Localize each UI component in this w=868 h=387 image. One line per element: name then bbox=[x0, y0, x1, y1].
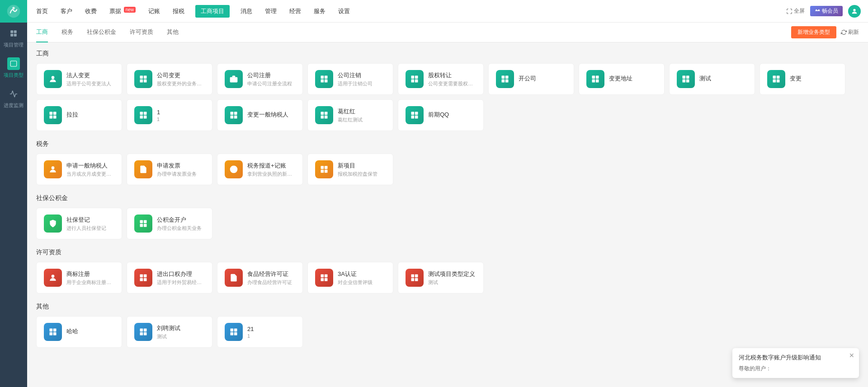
card-title: 税务报道+记账 bbox=[247, 162, 295, 170]
card-legal-change[interactable]: 法人变更 适用于公司变更法人 bbox=[36, 63, 122, 95]
svg-rect-31 bbox=[686, 76, 689, 79]
nav-message[interactable]: 消息 bbox=[239, 7, 254, 15]
svg-rect-18 bbox=[411, 76, 415, 79]
toast-close-button[interactable]: ✕ bbox=[849, 352, 854, 359]
card-title: 1 bbox=[157, 109, 205, 116]
vip-btn[interactable]: 畅会员 bbox=[810, 6, 843, 16]
sidebar-item-project-manage[interactable]: 项目管理 bbox=[0, 23, 27, 53]
card-change[interactable]: 变更 bbox=[760, 63, 845, 95]
card-desc: 葛红红测试 bbox=[338, 117, 386, 123]
card-num21[interactable]: 21 1 bbox=[217, 316, 303, 348]
card-change-general-tax[interactable]: 变更一般纳税人 bbox=[217, 99, 303, 131]
card-title: 哈哈 bbox=[66, 327, 114, 336]
svg-rect-85 bbox=[140, 329, 143, 332]
svg-rect-11 bbox=[140, 79, 143, 83]
card-title: 拉拉 bbox=[66, 111, 114, 119]
card-social-insurance[interactable]: 社保登记 进行人员社保登记 bbox=[36, 208, 122, 239]
card-trademark[interactable]: 商标注册 用于企业商标注册服务 bbox=[36, 262, 122, 294]
card-icon bbox=[134, 214, 152, 233]
tab-shebao[interactable]: 社保公积金 bbox=[87, 23, 116, 42]
svg-rect-49 bbox=[234, 116, 237, 119]
card-icon bbox=[134, 323, 152, 341]
nav-invoice[interactable]: 票据 new bbox=[108, 7, 137, 15]
card-title: 变更一般纳税人 bbox=[247, 111, 295, 119]
sidebar-item-project-type[interactable]: 项目类型 bbox=[0, 53, 27, 83]
card-open-company[interactable]: 开公司 bbox=[488, 63, 574, 95]
card-equity-transfer[interactable]: 股权转让 公司变更需要股权转让 bbox=[398, 63, 484, 95]
card-apply-general-tax[interactable]: 申请一般纳税人 当月或次月成变更完成 bbox=[36, 154, 122, 185]
card-company-register[interactable]: 公司注册 申请公司注册全流程 bbox=[217, 63, 303, 95]
xuke-cards: 商标注册 用于企业商标注册服务 进出口权办理 适用于对外贸易经营者 bbox=[36, 262, 859, 294]
svg-rect-22 bbox=[502, 76, 505, 79]
card-import-export[interactable]: 进出口权办理 适用于对外贸易经营者 bbox=[127, 262, 212, 294]
refresh-button[interactable]: 刷新 bbox=[841, 28, 859, 36]
tab-other[interactable]: 其他 bbox=[167, 23, 179, 42]
card-tax-report-accounting[interactable]: 税务报道+记账 拿到营业执照的新公司 bbox=[217, 154, 303, 185]
nav-operation[interactable]: 经营 bbox=[288, 7, 303, 15]
main-area: 首页 客户 收费 票据 new 记账 报税 工商项目 消息 管理 经营 服务 设… bbox=[27, 0, 868, 387]
card-apply-invoice[interactable]: 申请发票 办理申请发票业务 bbox=[127, 154, 212, 185]
tab-shuiwu[interactable]: 税务 bbox=[61, 23, 73, 42]
card-title: 食品经营许可证 bbox=[247, 270, 295, 278]
svg-rect-76 bbox=[325, 278, 328, 281]
svg-rect-25 bbox=[505, 79, 509, 83]
card-company-cancel[interactable]: 公司注销 适用于注销公司 bbox=[307, 63, 393, 95]
nav-client[interactable]: 客户 bbox=[59, 7, 74, 15]
svg-rect-84 bbox=[53, 332, 57, 336]
card-icon bbox=[134, 70, 152, 88]
nav-accounting[interactable]: 记账 bbox=[146, 7, 162, 15]
svg-rect-44 bbox=[140, 116, 143, 119]
svg-rect-12 bbox=[144, 79, 147, 83]
svg-rect-24 bbox=[502, 79, 505, 83]
nav-industry[interactable]: 工商项目 bbox=[195, 5, 230, 18]
card-provident-fund[interactable]: 公积金开户 办理公积金相关业务 bbox=[127, 208, 212, 239]
card-test-type-define[interactable]: 测试项目类型定义 测试 bbox=[398, 262, 484, 294]
card-test[interactable]: 测试 bbox=[669, 63, 755, 95]
card-3a-cert[interactable]: 3A认证 对企业信誉评级 bbox=[307, 262, 393, 294]
fullscreen-btn[interactable]: 全屏 bbox=[786, 7, 805, 15]
svg-rect-51 bbox=[325, 112, 328, 115]
new-type-button[interactable]: 新增业务类型 bbox=[791, 26, 836, 38]
sidebar-logo[interactable] bbox=[0, 0, 27, 23]
svg-rect-46 bbox=[231, 112, 234, 115]
svg-rect-91 bbox=[231, 332, 234, 336]
card-icon bbox=[315, 70, 333, 88]
svg-rect-69 bbox=[140, 275, 143, 278]
nav-service[interactable]: 服务 bbox=[312, 7, 327, 15]
card-title: 公司注销 bbox=[338, 71, 386, 79]
nav-manage[interactable]: 管理 bbox=[263, 7, 278, 15]
avatar[interactable] bbox=[848, 5, 861, 18]
tab-xuke[interactable]: 许可资质 bbox=[130, 23, 153, 42]
svg-rect-62 bbox=[321, 170, 324, 173]
nav-billing[interactable]: 收费 bbox=[83, 7, 99, 15]
nav-tax[interactable]: 报税 bbox=[171, 7, 186, 15]
svg-rect-82 bbox=[53, 329, 57, 332]
card-new-project[interactable]: 新项目 报税加税控盘保管 bbox=[307, 154, 393, 185]
card-desc: 适用于公司变更法人 bbox=[66, 80, 114, 87]
card-num1[interactable]: 1 1 bbox=[127, 99, 212, 131]
card-lala[interactable]: 拉拉 bbox=[36, 99, 122, 131]
card-icon bbox=[406, 70, 424, 88]
svg-rect-90 bbox=[234, 329, 237, 332]
svg-rect-83 bbox=[50, 332, 53, 336]
tab-gongshang[interactable]: 工商 bbox=[36, 23, 48, 42]
svg-rect-64 bbox=[140, 220, 143, 224]
card-company-change[interactable]: 公司变更 股权变更外的业务变更 bbox=[127, 63, 212, 95]
card-gehonghong[interactable]: 葛红红 葛红红测试 bbox=[307, 99, 393, 131]
content: 工商 税务 社保公积金 许可资质 其他 新增业务类型 刷新 工商 bbox=[27, 23, 868, 387]
svg-rect-40 bbox=[50, 116, 53, 119]
card-haha[interactable]: 哈哈 bbox=[36, 316, 122, 348]
nav-settings[interactable]: 设置 bbox=[336, 7, 352, 15]
sidebar-item-progress-monitor[interactable]: 进度监测 bbox=[0, 83, 27, 113]
card-title: 变更 bbox=[790, 75, 838, 83]
svg-rect-43 bbox=[144, 112, 147, 115]
card-liupeng-test[interactable]: 刘聘测试 测试 bbox=[127, 316, 212, 348]
nav-home[interactable]: 首页 bbox=[34, 7, 50, 15]
card-prev-qq[interactable]: 前期QQ bbox=[398, 99, 484, 131]
card-change-address[interactable]: 变更地址 bbox=[579, 63, 665, 95]
sidebar-item-label: 项目类型 bbox=[4, 72, 24, 79]
svg-rect-78 bbox=[415, 275, 418, 278]
toast-notification: ✕ 河北税务数字账户升级影响通知 尊敬的用户： bbox=[732, 348, 859, 378]
card-desc: 办理申请发票业务 bbox=[157, 171, 205, 177]
card-food-license[interactable]: 食品经营许可证 办理食品经营许可证 bbox=[217, 262, 303, 294]
